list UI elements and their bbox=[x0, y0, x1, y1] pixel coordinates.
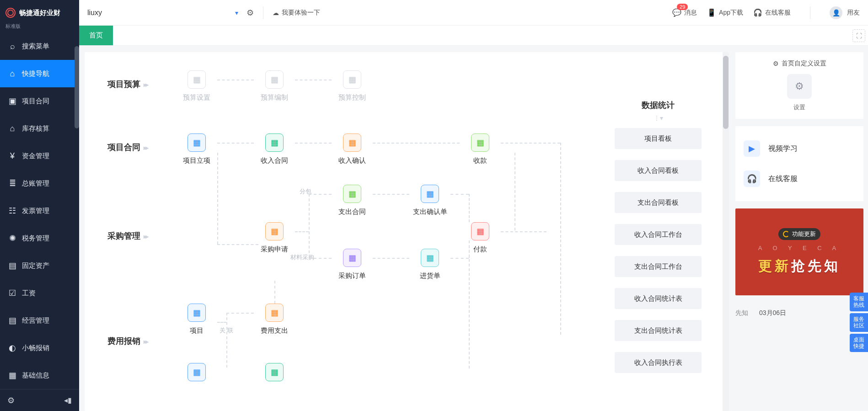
edge bbox=[226, 313, 227, 368]
node-expend-confirm-label: 支出确认单 bbox=[409, 208, 450, 216]
node-project[interactable]: ▦项目 bbox=[176, 304, 217, 335]
node-below-1[interactable]: ▦ bbox=[176, 363, 217, 386]
topbar-gear-icon[interactable]: ⚙ bbox=[246, 8, 254, 18]
settings-icon[interactable]: ⚙ bbox=[7, 395, 15, 406]
planet-icon: ☁ bbox=[273, 9, 279, 16]
edge bbox=[217, 80, 254, 80]
stat-button-6[interactable]: 支出合同统计表 bbox=[615, 320, 702, 341]
tab-home-label: 首页 bbox=[89, 31, 103, 40]
sidebar-label: 总账管理 bbox=[22, 179, 49, 188]
node-expend-confirm-icon: ▦ bbox=[421, 185, 439, 203]
stat-button-4[interactable]: 支出合同工作台 bbox=[615, 256, 702, 277]
avatar-icon: 👤 bbox=[830, 6, 842, 19]
org-selector[interactable]: liuxy ▾ bbox=[87, 9, 238, 17]
sidebar-item-3[interactable]: ⌂库存核算 bbox=[0, 115, 79, 142]
edge bbox=[373, 258, 409, 259]
node-project-icon: ▦ bbox=[188, 304, 206, 322]
node-contract-1[interactable]: ▦收入合同 bbox=[254, 133, 295, 165]
messages[interactable]: 💬 消息 29 bbox=[672, 8, 697, 17]
sidebar-label: 库存核算 bbox=[22, 124, 49, 133]
panel-link-1[interactable]: 🎧在线客服 bbox=[744, 164, 855, 194]
canvas-scrollbar-track[interactable] bbox=[723, 52, 729, 411]
float-tab-2[interactable]: 桌面快捷 bbox=[850, 334, 868, 352]
sidebar-item-12[interactable]: ▦基础信息 bbox=[0, 362, 79, 389]
sidebar-icon: ▣ bbox=[6, 96, 18, 106]
sidebar-item-9[interactable]: ☑工资 bbox=[0, 279, 79, 307]
stat-button-0[interactable]: 项目看板 bbox=[615, 128, 702, 149]
node-expense[interactable]: ▦费用支出 bbox=[254, 304, 295, 335]
sidebar-item-0[interactable]: ⌕搜索菜单 bbox=[0, 32, 79, 60]
node-payment-icon: ▦ bbox=[471, 222, 489, 240]
stat-button-3[interactable]: 收入合同工作台 bbox=[615, 224, 702, 245]
node-purchase-order-icon: ▦ bbox=[343, 249, 361, 267]
float-tab-1[interactable]: 服务社区 bbox=[850, 313, 868, 332]
edge bbox=[501, 231, 547, 232]
sidebar-label: 基础信息 bbox=[22, 371, 49, 380]
node-contract-2-label: 收入确认 bbox=[332, 156, 373, 165]
promo-banner[interactable]: 功能更新 A O Y E C A 更新抢先知 bbox=[735, 208, 863, 295]
node-receive[interactable]: ▦进货单 bbox=[409, 249, 450, 280]
node-below-2[interactable]: ▦ bbox=[254, 363, 295, 386]
phone-icon: 📱 bbox=[707, 8, 716, 17]
panel-links: ▶视频学习🎧在线客服 bbox=[735, 126, 863, 201]
sidebar-item-1[interactable]: ⌂快捷导航 bbox=[0, 60, 79, 87]
try-experience[interactable]: ☁ 我要体验一下 bbox=[273, 9, 320, 17]
settings-tile-label: 设置 bbox=[744, 103, 855, 112]
topbar: liuxy ▾ ⚙ ☁ 我要体验一下 💬 消息 29 📱 App下载 bbox=[79, 0, 868, 26]
tab-home[interactable]: 首页 bbox=[79, 26, 113, 45]
node-payment[interactable]: ▦付款 bbox=[460, 222, 501, 254]
sidebar-item-6[interactable]: ☷发票管理 bbox=[0, 197, 79, 224]
promo-badge: 功能更新 bbox=[778, 228, 820, 240]
brand-logo-icon bbox=[5, 8, 16, 18]
settings-tile[interactable]: ⚙ bbox=[787, 74, 812, 99]
stat-button-1[interactable]: 收入合同看板 bbox=[615, 160, 702, 181]
sidebar-icon: ⌕ bbox=[6, 42, 18, 51]
sidebar-scrollbar[interactable] bbox=[75, 46, 79, 128]
float-tab-0[interactable]: 客服热线 bbox=[850, 293, 868, 311]
stat-button-7[interactable]: 收入合同执行表 bbox=[615, 352, 702, 373]
sidebar-item-4[interactable]: ¥资金管理 bbox=[0, 142, 79, 170]
stat-button-5[interactable]: 收入合同统计表 bbox=[615, 288, 702, 309]
edge bbox=[560, 143, 561, 335]
node-budget-2[interactable]: ▦预算控制 bbox=[332, 70, 373, 102]
sidebar-item-2[interactable]: ▣项目合同 bbox=[0, 87, 79, 115]
sidebar-item-8[interactable]: ▤固定资产 bbox=[0, 252, 79, 279]
collapse-icon[interactable]: ◂▮ bbox=[64, 396, 72, 405]
node-expend-contract[interactable]: ▦支出合同 bbox=[332, 185, 373, 216]
stat-button-2[interactable]: 支出合同看板 bbox=[615, 192, 702, 213]
link-label: 视频学习 bbox=[768, 144, 798, 154]
node-contract-0-label: 项目立项 bbox=[176, 156, 217, 165]
user-menu[interactable]: 👤 用友 bbox=[830, 6, 860, 19]
sidebar-icon: ☷ bbox=[6, 206, 18, 216]
sidebar-label: 工资 bbox=[22, 289, 36, 298]
promo-headline: 更新抢先知 bbox=[758, 257, 841, 276]
online-support[interactable]: 🎧 在线客服 bbox=[753, 8, 791, 17]
node-purchase-request[interactable]: ▦采购申请 bbox=[254, 222, 295, 254]
panel-link-0[interactable]: ▶视频学习 bbox=[744, 133, 855, 164]
node-payment-label: 付款 bbox=[460, 245, 501, 254]
flow-canvas: 项目预算 ▸▸▦预算设置▦预算编制▦预算控制项目合同 ▸▸▦项目立项▦收入合同▦… bbox=[85, 52, 729, 411]
sidebar-label: 固定资产 bbox=[22, 262, 49, 270]
node-contract-3-icon: ▦ bbox=[471, 133, 489, 152]
node-purchase-order[interactable]: ▦采购订单 bbox=[332, 249, 373, 280]
arrow-icon: ▸▸ bbox=[143, 81, 147, 88]
node-contract-3[interactable]: ▦收款 bbox=[460, 133, 501, 165]
sidebar-item-5[interactable]: ≣总账管理 bbox=[0, 170, 79, 197]
canvas-scrollbar-thumb[interactable] bbox=[723, 56, 729, 129]
promo-foot-b: 03月06日 bbox=[759, 309, 786, 317]
node-budget-0[interactable]: ▦预算设置 bbox=[176, 70, 217, 102]
sidebar-icon: ≣ bbox=[6, 178, 18, 188]
node-contract-0-icon: ▦ bbox=[188, 133, 206, 152]
node-contract-2[interactable]: ▦收入确认 bbox=[332, 133, 373, 165]
fullscreen-button[interactable]: ⛶ bbox=[852, 29, 865, 42]
sidebar-icon: ☑ bbox=[6, 288, 18, 298]
sidebar-item-11[interactable]: ◐小畅报销 bbox=[0, 334, 79, 362]
app-download[interactable]: 📱 App下载 bbox=[707, 8, 743, 17]
node-budget-2-icon: ▦ bbox=[343, 70, 361, 89]
node-expend-confirm[interactable]: ▦支出确认单 bbox=[409, 185, 450, 216]
sidebar-item-7[interactable]: ✺税务管理 bbox=[0, 224, 79, 252]
sidebar-item-10[interactable]: ▤经营管理 bbox=[0, 307, 79, 334]
node-contract-0[interactable]: ▦项目立项 bbox=[176, 133, 217, 165]
node-budget-1[interactable]: ▦预算编制 bbox=[254, 70, 295, 102]
node-receive-icon: ▦ bbox=[421, 249, 439, 267]
